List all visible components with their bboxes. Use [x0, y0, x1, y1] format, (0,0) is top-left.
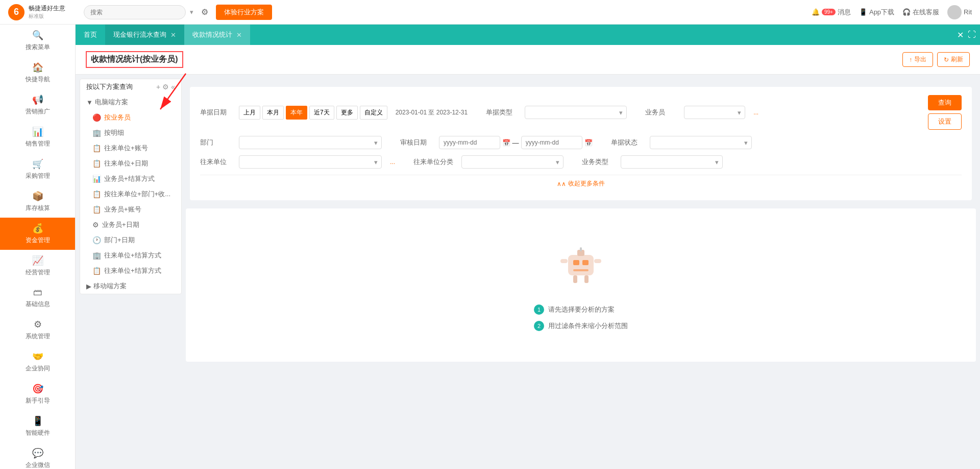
- scheme-item-by-detail[interactable]: 🏢 按明细: [80, 125, 181, 140]
- salesperson-more-button[interactable]: ...: [753, 109, 758, 116]
- scheme-category-desktop[interactable]: ▼ 电脑端方案: [80, 95, 181, 110]
- tab-receipt-stats-close[interactable]: ✕: [236, 31, 242, 39]
- scheme-item-by-counterparty-dept[interactable]: 📋 按往来单位+部门+收...: [80, 186, 181, 202]
- step-1-number: 1: [534, 304, 544, 315]
- audit-date-group: 📅 — 📅: [439, 136, 593, 149]
- audit-date-end[interactable]: [521, 136, 582, 149]
- dept-select[interactable]: [239, 136, 382, 149]
- refresh-button[interactable]: ↻ 刷新: [937, 52, 970, 67]
- query-button[interactable]: 查询: [928, 95, 962, 110]
- voucher-type-select-wrapper: [525, 106, 627, 119]
- online-service-button[interactable]: 🎧 在线客服: [902, 8, 939, 17]
- filter-actions: 查询 设置: [928, 95, 962, 130]
- scheme-category-mobile[interactable]: ▶ 移动端方案: [80, 278, 181, 294]
- empty-steps: 1 请先选择要分析的方案 2 用过滤条件来缩小分析范围: [534, 304, 628, 331]
- counterparty-more-button[interactable]: ...: [390, 158, 395, 166]
- scheme-add-button[interactable]: +: [156, 83, 160, 91]
- business-type-label: 业务类型: [582, 157, 612, 167]
- counterparty-category-select[interactable]: [461, 155, 564, 169]
- date-btn-this-month[interactable]: 本月: [262, 106, 284, 120]
- sidebar-item-operations[interactable]: 📈 经营管理: [0, 250, 75, 282]
- salesperson-settlement-icon: 📊: [92, 175, 101, 183]
- sidebar-item-sales[interactable]: 📊 销售管理: [0, 121, 75, 153]
- trial-button[interactable]: 体验行业方案: [216, 5, 272, 20]
- voucher-type-select[interactable]: [525, 106, 627, 119]
- sidebar-item-inventory[interactable]: 📦 库存核算: [0, 185, 75, 218]
- sidebar-item-finance[interactable]: 💰 资金管理: [0, 218, 75, 250]
- marketing-icon: 📢: [32, 94, 43, 105]
- collapse-button[interactable]: ∧∧ 收起更多条件: [557, 179, 605, 188]
- scheme-item-salesperson-settlement[interactable]: 📊 业务员+结算方式: [80, 171, 181, 186]
- business-type-select-wrapper: [621, 155, 723, 169]
- tab-home[interactable]: 首页: [76, 25, 105, 45]
- svg-rect-9: [594, 259, 601, 263]
- top-header: 6 畅捷通好生意 标准版 ▾ ⚙ 体验行业方案 🔔 99+ 消息 📱 App下载…: [0, 0, 980, 25]
- tab-maximize-button[interactable]: ⛶: [968, 30, 976, 39]
- results-area: 1 请先选择要分析的方案 2 用过滤条件来缩小分析范围: [186, 208, 976, 362]
- audit-date-start[interactable]: [439, 136, 500, 149]
- scheme-item-counterparty-settlement1[interactable]: 🏢 往来单位+结算方式: [80, 248, 181, 263]
- dropdown-arrow-icon[interactable]: ▾: [190, 8, 193, 16]
- date-btn-custom[interactable]: 自定义: [360, 106, 387, 120]
- sidebar-item-marketing[interactable]: 📢 营销推广: [0, 89, 75, 121]
- sidebar-item-search-menu[interactable]: 🔍 搜索菜单: [0, 25, 75, 57]
- search-input[interactable]: [84, 5, 186, 19]
- date-btn-this-year[interactable]: 本年: [286, 106, 307, 120]
- date-picker-group: 上月 本月 本年 近7天 更多 自定义: [239, 106, 387, 120]
- basic-info-icon: 🗃: [33, 287, 42, 298]
- notifications-button[interactable]: 🔔 99+ 消息: [812, 8, 851, 17]
- scheme-collapse-button[interactable]: «: [171, 83, 175, 91]
- filter-row-1: 单据日期 上月 本月 本年 近7天 更多 自定义 2023-01-01 至 20…: [200, 95, 962, 130]
- scheme-item-salesperson-account[interactable]: 📋 业务员+账号: [80, 202, 181, 217]
- sidebar-item-basic-info[interactable]: 🗃 基础信息: [0, 282, 75, 314]
- mobile-expand-arrow-icon: ▶: [86, 283, 91, 290]
- salesperson-select[interactable]: [684, 106, 745, 119]
- sidebar-item-enterprise[interactable]: 🤝 企业协同: [0, 346, 75, 378]
- system-icon: ⚙: [34, 319, 42, 330]
- export-button[interactable]: ↑ 导出: [902, 52, 933, 67]
- download-icon: 📱: [859, 8, 867, 16]
- scheme-item-counterparty-settlement2[interactable]: 📋 往来单位+结算方式: [80, 263, 181, 278]
- salesperson-scheme-icon: 🔴: [92, 113, 101, 122]
- scheme-item-counterparty-account[interactable]: 📋 往来单位+账号: [80, 140, 181, 156]
- main-panel: 按以下方案查询 + ⚙ « ▼ 电脑端方案 🔴 按业务员: [80, 79, 976, 362]
- counterparty-select[interactable]: [239, 155, 382, 169]
- settings-icon[interactable]: ⚙: [198, 5, 212, 19]
- sidebar-item-guide[interactable]: 🎯 新手引导: [0, 378, 75, 410]
- tab-bank-flow-close[interactable]: ✕: [170, 31, 176, 39]
- salesperson-label: 业务员: [645, 108, 676, 117]
- logo-text: 畅捷通好生意 标准版: [29, 4, 65, 20]
- user-profile[interactable]: Rit: [947, 5, 972, 19]
- sidebar-item-system[interactable]: ⚙ 系统管理: [0, 314, 75, 346]
- date-range-display: 2023-01-01 至 2023-12-31: [396, 108, 468, 117]
- sidebar-item-wechat[interactable]: 💬 企业微信: [0, 442, 75, 469]
- scheme-item-salesperson-date[interactable]: ⚙ 业务员+日期: [80, 217, 181, 232]
- scheme-settings-button[interactable]: ⚙: [162, 83, 169, 91]
- scheme-item-by-salesperson[interactable]: 🔴 按业务员: [80, 110, 181, 125]
- svg-rect-10: [573, 275, 577, 283]
- service-icon: 🎧: [902, 8, 911, 16]
- tab-receipt-stats[interactable]: 收款情况统计 ✕: [184, 25, 250, 45]
- empty-state-icon: [555, 240, 606, 292]
- voucher-status-select[interactable]: [650, 136, 752, 149]
- page-actions: ↑ 导出 ↻ 刷新: [902, 52, 970, 67]
- business-type-select[interactable]: [621, 155, 723, 169]
- enterprise-icon: 🤝: [32, 351, 43, 362]
- sidebar-item-quick-nav[interactable]: 🏠 快捷导航: [0, 57, 75, 89]
- sidebar-item-smart-hw[interactable]: 📱 智能硬件: [0, 410, 75, 442]
- date-btn-more[interactable]: 更多: [336, 106, 358, 120]
- wechat-icon: 💬: [32, 448, 43, 459]
- app-download-button[interactable]: 📱 App下载: [859, 8, 894, 17]
- sidebar-item-purchase[interactable]: 🛒 采购管理: [0, 153, 75, 185]
- filter-settings-button[interactable]: 设置: [928, 113, 962, 130]
- page-header: 收款情况统计(按业务员) ↑ 导出 ↻ 刷新: [76, 45, 980, 75]
- salesperson-select-wrapper: [684, 106, 745, 119]
- scheme-item-counterparty-date[interactable]: 📋 往来单位+日期: [80, 156, 181, 171]
- scheme-item-dept-date[interactable]: 🕐 部门+日期: [80, 232, 181, 248]
- date-btn-last-7days[interactable]: 近7天: [309, 106, 334, 120]
- svg-rect-3: [573, 260, 579, 265]
- tab-close-all-button[interactable]: ✕: [957, 30, 964, 40]
- date-btn-last-month[interactable]: 上月: [239, 106, 260, 120]
- search-menu-icon: 🔍: [32, 30, 43, 41]
- tab-bank-flow[interactable]: 现金银行流水查询 ✕: [105, 25, 184, 45]
